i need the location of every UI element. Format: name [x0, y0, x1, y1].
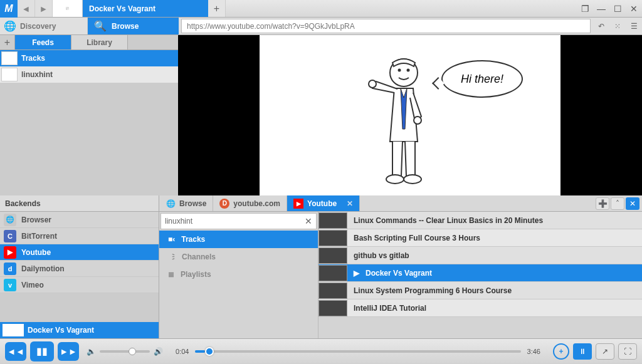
- category-channels[interactable]: 🗦 Channels: [159, 248, 318, 266]
- new-tab-button[interactable]: +: [208, 0, 226, 17]
- backend-bittorrent[interactable]: CBitTorrent: [0, 228, 159, 244]
- track-title: github vs gitlab: [354, 251, 409, 260]
- backend-label: BitTorrent: [21, 232, 57, 241]
- svg-point-3: [369, 80, 376, 88]
- mid-row: Backends 🌐BrowserCBitTorrent▶YoutubedDai…: [0, 195, 642, 338]
- track-title: Linux System Programming 6 Hours Course: [354, 286, 512, 295]
- backend-vimeo[interactable]: vVimeo: [0, 277, 159, 293]
- feed-thumb: [1, 68, 18, 81]
- mid-content: linuxhint ✕ ■‹ Tracks 🗦 Channels ≣ Playl…: [159, 212, 642, 338]
- fullscreen-button[interactable]: ⛶: [618, 343, 637, 360]
- track-row[interactable]: IntelliJ IDEA Tutorial: [318, 299, 642, 317]
- track-row[interactable]: github vs gitlab: [318, 247, 642, 264]
- mid-tabs: 🌐 Browse D youtube.com ▶ Youtube ✕ ➕ ˄ ✕: [159, 195, 642, 212]
- time-current: 0:04: [176, 348, 189, 355]
- yt-icon: ▶: [4, 246, 16, 259]
- progress-knob[interactable]: [205, 347, 214, 356]
- volume-knob[interactable]: [129, 348, 136, 355]
- now-playing-thumb: [3, 324, 24, 336]
- backend-label: Dailymotion: [21, 264, 65, 273]
- prev-button[interactable]: ◄◄: [5, 342, 26, 361]
- top-tab-active[interactable]: Docker Vs Vagrant: [83, 0, 208, 17]
- discovery-label: Discovery: [20, 22, 56, 31]
- collapse-button[interactable]: ˄: [611, 197, 624, 210]
- tab-library[interactable]: Library: [71, 35, 128, 49]
- list-icon[interactable]: ☰: [626, 19, 642, 34]
- back-button[interactable]: ◄: [18, 0, 35, 17]
- tab-thumbnail[interactable]: ⎚: [53, 0, 83, 17]
- browse-button[interactable]: 🔍 Browse: [88, 18, 179, 34]
- time-total: 3:46: [527, 348, 540, 355]
- spacer: [128, 35, 178, 49]
- track-thumb: [318, 283, 347, 299]
- now-playing-bar[interactable]: Docker Vs Vagrant: [0, 322, 159, 338]
- backend-youtube[interactable]: ▶Youtube: [0, 244, 159, 261]
- search-input[interactable]: linuxhint ✕: [160, 213, 317, 229]
- svg-point-1: [398, 69, 401, 72]
- feed-label: Tracks: [21, 54, 45, 63]
- undo-icon[interactable]: ↶: [593, 19, 609, 34]
- close-icon[interactable]: ✕: [626, 0, 642, 17]
- speech-bubble: Hi there!: [441, 60, 523, 98]
- add-to-button[interactable]: +: [553, 343, 569, 360]
- backend-label: Vimeo: [21, 281, 44, 289]
- midtab-youtube[interactable]: ▶ Youtube ✕: [287, 195, 360, 211]
- discovery-button[interactable]: 🌐 Discovery: [0, 18, 88, 34]
- svg-point-6: [404, 175, 421, 184]
- window-controls: ❐ — ☐ ✕: [577, 0, 642, 17]
- share-button[interactable]: ↗: [596, 343, 614, 360]
- progress-bar[interactable]: [195, 350, 520, 353]
- clear-search-icon[interactable]: ✕: [305, 216, 312, 226]
- backend-browser[interactable]: 🌐Browser: [0, 212, 159, 228]
- now-playing-label: Docker Vs Vagrant: [28, 326, 94, 335]
- volume-low-icon[interactable]: 🔈: [87, 347, 96, 356]
- backend-label: Youtube: [21, 248, 51, 257]
- search-value: linuxhint: [165, 217, 192, 226]
- duckduckgo-icon: D: [219, 199, 229, 209]
- end-buttons: ⏸ ↗ ⛶: [573, 343, 637, 360]
- grid-icon[interactable]: ⁙: [609, 19, 626, 34]
- youtube-icon: ▶: [293, 199, 303, 209]
- minimize-icon[interactable]: —: [593, 0, 609, 17]
- tab-close-icon[interactable]: ✕: [347, 199, 353, 208]
- browse-label: Browse: [112, 22, 139, 31]
- midtab-youtube-com[interactable]: D youtube.com: [213, 195, 287, 211]
- add-tab-button[interactable]: ➕: [596, 197, 609, 210]
- url-bar[interactable]: https://www.youtube.com/watch?v=9QGkJvbL…: [181, 19, 591, 33]
- track-row[interactable]: Linux System Programming 6 Hours Course: [318, 282, 642, 299]
- backends-header: Backends: [0, 195, 159, 212]
- equalizer-button[interactable]: ⏸: [573, 343, 592, 360]
- backends-panel: Backends 🌐BrowserCBitTorrent▶YoutubedDai…: [0, 195, 159, 338]
- backend-dailymotion[interactable]: dDailymotion: [0, 261, 159, 277]
- track-list: Linux Commands -- Clear Linux Basics in …: [318, 212, 642, 338]
- track-row[interactable]: ▶Docker Vs Vagrant: [318, 264, 642, 282]
- category-tracks[interactable]: ■‹ Tracks: [159, 231, 318, 248]
- maximize-icon[interactable]: ☐: [609, 0, 626, 17]
- video-icon: ■‹: [168, 235, 175, 244]
- track-row[interactable]: Linux Commands -- Clear Linux Basics in …: [318, 212, 642, 229]
- svg-point-2: [407, 69, 410, 72]
- volume-slider[interactable]: [100, 350, 150, 353]
- feed-linuxhint[interactable]: linuxhint: [0, 66, 178, 83]
- volume-high-icon[interactable]: 🔊: [154, 347, 163, 356]
- next-button[interactable]: ►►: [58, 342, 79, 361]
- globe-icon: 🌐: [4, 214, 16, 226]
- track-title: Bash Scripting Full Course 3 Hours: [354, 234, 480, 242]
- add-feed-button[interactable]: +: [0, 35, 15, 49]
- forward-button[interactable]: ►: [35, 0, 53, 17]
- category-playlists[interactable]: ≣ Playlists: [159, 266, 318, 283]
- track-thumb: [318, 265, 347, 281]
- detach-icon[interactable]: ❐: [577, 0, 593, 17]
- video-area[interactable]: Hi there!: [178, 35, 642, 195]
- midtab-label: youtube.com: [233, 199, 280, 208]
- track-row[interactable]: Bash Scripting Full Course 3 Hours: [318, 229, 642, 247]
- tab-label: Docker Vs Vagrant: [89, 4, 155, 13]
- pause-button[interactable]: ▮▮: [30, 341, 54, 361]
- video-frame: Hi there!: [260, 35, 560, 195]
- feed-tracks[interactable]: Tracks: [0, 50, 178, 66]
- title-bar: M ◄ ► ⎚ Docker Vs Vagrant + ❐ — ☐ ✕: [0, 0, 642, 18]
- close-panel-button[interactable]: ✕: [626, 197, 639, 210]
- tab-feeds[interactable]: Feeds: [15, 35, 71, 49]
- midtab-browse[interactable]: 🌐 Browse: [159, 195, 213, 211]
- progress-fill: [195, 350, 205, 353]
